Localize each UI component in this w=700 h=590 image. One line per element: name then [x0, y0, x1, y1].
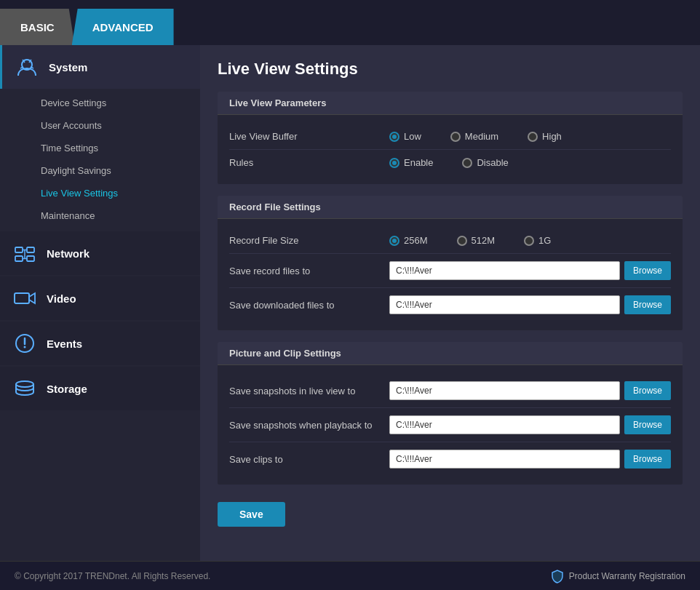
save-snapshots-live-input-group: Browse: [389, 381, 671, 400]
sidebar-section-events[interactable]: Events: [0, 322, 200, 365]
sidebar-item-live-view-settings[interactable]: Live View Settings: [0, 182, 200, 204]
sidebar-item-time-settings[interactable]: Time Settings: [0, 137, 200, 159]
radio-high-circle: [528, 132, 538, 142]
save-record-browse-btn[interactable]: Browse: [624, 261, 671, 280]
rules-label: Rules: [229, 157, 389, 168]
svg-rect-4: [27, 256, 34, 261]
save-snapshots-live-label: Save snapshots in live view to: [229, 386, 389, 396]
radio-enable-circle: [389, 158, 399, 168]
sidebar-item-maintenance[interactable]: Maintenance: [0, 204, 200, 227]
save-clips-label: Save clips to: [229, 454, 389, 465]
radio-enable[interactable]: Enable: [389, 157, 433, 168]
record-file-size-row: Record File Size 256M 512M 1G: [229, 228, 671, 254]
save-record-row: Save record files to Browse: [229, 254, 671, 288]
storage-section-label: Storage: [47, 383, 87, 395]
radio-medium-label: Medium: [465, 131, 498, 142]
radio-low-label: Low: [404, 131, 421, 142]
save-snapshots-playback-label: Save snapshots when playback to: [229, 420, 389, 431]
radio-disable-circle: [462, 158, 472, 168]
svg-point-11: [24, 346, 26, 348]
radio-512m[interactable]: 512M: [457, 235, 496, 246]
save-snapshots-live-row: Save snapshots in live view to Browse: [229, 374, 671, 408]
save-snapshots-playback-input[interactable]: [389, 415, 620, 434]
svg-point-12: [16, 381, 33, 387]
radio-512m-circle: [457, 236, 467, 246]
events-icon: [12, 330, 38, 356]
live-view-params-body: Live View Buffer Low Medium High: [218, 115, 683, 184]
radio-high-label: High: [542, 131, 562, 142]
save-clips-browse-btn[interactable]: Browse: [624, 450, 671, 469]
live-view-buffer-options: Low Medium High: [389, 131, 562, 142]
save-snapshots-live-input[interactable]: [389, 381, 620, 400]
video-section-label: Video: [47, 292, 76, 305]
footer-warranty-label: Product Warranty Registration: [569, 571, 685, 581]
save-clips-input-group: Browse: [389, 450, 671, 469]
sidebar-item-user-accounts[interactable]: User Accounts: [0, 114, 200, 137]
radio-enable-label: Enable: [404, 157, 433, 168]
save-downloaded-input-group: Browse: [389, 295, 671, 314]
system-icon: [14, 54, 40, 80]
record-file-settings-header: Record File Settings: [218, 196, 683, 219]
save-snapshots-playback-row: Save snapshots when playback to Browse: [229, 408, 671, 442]
system-section-label: System: [49, 61, 87, 73]
svg-rect-1: [15, 247, 23, 252]
system-items: Device Settings User Accounts Time Setti…: [0, 89, 200, 230]
save-record-input[interactable]: [389, 261, 620, 280]
radio-256m-circle: [389, 236, 399, 246]
sidebar-section-network[interactable]: Network: [0, 231, 200, 275]
radio-1g[interactable]: 1G: [524, 235, 551, 246]
radio-low-circle: [389, 132, 399, 142]
footer: © Copyright 2017 TRENDnet. All Rights Re…: [0, 561, 700, 590]
tab-basic-label: BASIC: [20, 21, 55, 33]
picture-clip-settings-section: Picture and Clip Settings Save snapshots…: [218, 342, 683, 485]
radio-low[interactable]: Low: [389, 131, 421, 142]
rules-options: Enable Disable: [389, 157, 509, 168]
sidebar-item-daylight-savings[interactable]: Daylight Savings: [0, 159, 200, 182]
radio-256m-label: 256M: [404, 235, 428, 246]
save-snapshots-playback-browse-btn[interactable]: Browse: [624, 415, 671, 434]
main-layout: System Device Settings User Accounts Tim…: [0, 45, 700, 561]
radio-medium-circle: [450, 132, 461, 142]
live-view-params-header: Live View Parameters: [218, 92, 683, 115]
record-file-settings-section: Record File Settings Record File Size 25…: [218, 196, 683, 330]
svg-rect-2: [27, 247, 34, 252]
radio-1g-label: 1G: [538, 235, 551, 246]
save-button[interactable]: Save: [218, 502, 285, 527]
sidebar-section-storage[interactable]: Storage: [0, 367, 200, 410]
sidebar: System Device Settings User Accounts Tim…: [0, 45, 200, 561]
radio-256m[interactable]: 256M: [389, 235, 428, 246]
shield-icon: [550, 569, 565, 583]
radio-high[interactable]: High: [528, 131, 562, 142]
sidebar-section-video[interactable]: Video: [0, 276, 200, 320]
save-downloaded-label: Save downloaded files to: [229, 300, 389, 311]
tab-basic[interactable]: BASIC: [0, 9, 75, 45]
save-record-label: Save record files to: [229, 266, 389, 276]
save-downloaded-input[interactable]: [389, 295, 620, 314]
save-snapshots-playback-input-group: Browse: [389, 415, 671, 434]
sidebar-section-system[interactable]: System: [0, 45, 200, 89]
save-clips-row: Save clips to Browse: [229, 442, 671, 476]
record-file-size-label: Record File Size: [229, 235, 389, 246]
radio-disable[interactable]: Disable: [462, 157, 508, 168]
rules-row: Rules Enable Disable: [229, 150, 671, 175]
sidebar-item-device-settings[interactable]: Device Settings: [0, 92, 200, 114]
footer-copyright: © Copyright 2017 TRENDnet. All Rights Re…: [15, 571, 210, 581]
save-clips-input[interactable]: [389, 450, 620, 469]
network-section-label: Network: [47, 247, 90, 260]
record-file-size-options: 256M 512M 1G: [389, 235, 551, 246]
tab-advanced-label: ADVANCED: [92, 21, 154, 33]
header-tabs: BASIC ADVANCED: [0, 0, 700, 45]
live-view-buffer-label: Live View Buffer: [229, 131, 389, 142]
svg-rect-8: [15, 293, 29, 303]
save-downloaded-browse-btn[interactable]: Browse: [624, 295, 671, 314]
network-icon: [12, 240, 38, 266]
radio-medium[interactable]: Medium: [450, 131, 498, 142]
storage-icon: [12, 375, 38, 402]
content-area: Live View Settings Live View Parameters …: [200, 45, 700, 561]
radio-disable-label: Disable: [477, 157, 508, 168]
tab-advanced[interactable]: ADVANCED: [72, 9, 174, 45]
live-view-buffer-row: Live View Buffer Low Medium High: [229, 124, 671, 150]
footer-warranty[interactable]: Product Warranty Registration: [550, 569, 685, 583]
save-snapshots-live-browse-btn[interactable]: Browse: [624, 381, 671, 400]
picture-clip-settings-header: Picture and Clip Settings: [218, 342, 683, 365]
